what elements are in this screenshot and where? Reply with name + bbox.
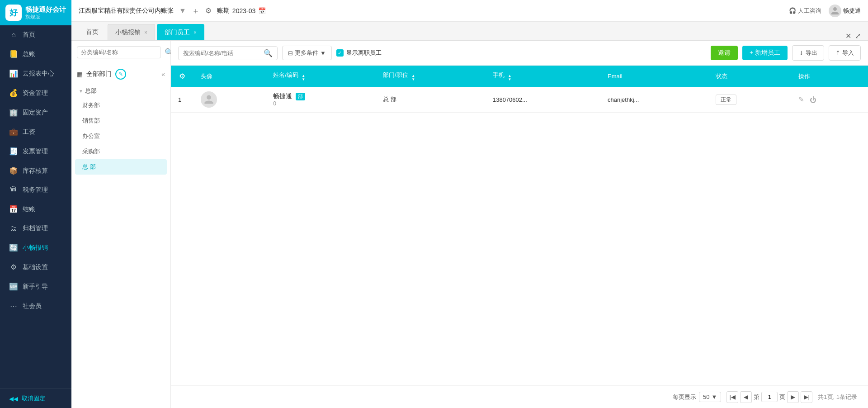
sidebar-item-label: 基础设置 [23,263,48,271]
tab-dept-close[interactable]: × [193,29,197,36]
dept-item-purchase[interactable]: 采购部 [75,144,167,159]
sidebar-item-label: 归档管理 [23,224,48,232]
table-row: 1 畅捷通 部 0 总 部 138070602... chanjethkj...… [171,87,868,113]
row-avatar [193,87,266,113]
sidebar-item-guide[interactable]: 🆕 新手引导 [0,277,71,296]
expense-icon: 🔄 [9,243,18,252]
sidebar-item-archive[interactable]: 🗂 归档管理 [0,219,71,238]
sidebar-item-label: 首页 [23,31,35,39]
tab-expense[interactable]: 小畅报销 × [108,24,155,40]
service-button[interactable]: 🎧 人工咨询 [789,7,821,15]
delete-icon[interactable]: ⏻ [810,96,816,104]
tab-dept-label: 部门员工 [165,28,190,37]
dept-item-office[interactable]: 办公室 [75,128,167,144]
salary-icon: 💼 [9,128,18,136]
invoice-icon: 🧾 [9,147,18,156]
dept-edit-button[interactable]: ✎ [115,69,126,80]
col-settings[interactable]: ⚙ [171,66,193,87]
grid-icon: ▦ [77,71,83,78]
tabbar: 首页 小畅报销 × 部门员工 × ✕ ⤢ [71,22,868,41]
period-value: 2023-03 [232,7,255,14]
unpin-label: 取消固定 [22,394,45,403]
sort-icons: ▲▼ [302,74,305,81]
avatar [829,5,841,17]
company-name: 江西服宝精品有限责任公司内账张 [79,7,174,15]
ledger-icon: 📒 [9,50,18,58]
headset-icon: 🎧 [789,7,796,14]
emp-panel: 🔍 ⊟ 更多条件 ▼ ✓ 显示离职员工 邀请 + 新增员工 ⤓ 导出 [171,41,868,408]
sidebar-item-more[interactable]: ⋯ 社会员 [0,296,71,316]
sidebar-item-label: 资金管理 [23,89,48,97]
import-button[interactable]: ⤒ 导入 [829,45,861,61]
company-dropdown-icon[interactable]: ▼ [179,7,186,15]
col-dept[interactable]: 部门/职位 ▲▼ [376,66,486,87]
page-next-button[interactable]: ▶ [787,391,799,403]
more-icon: ⋯ [9,302,18,310]
sidebar-item-inventory[interactable]: 📦 库存核算 [0,161,71,180]
sidebar-item-tax[interactable]: 🏛 税务管理 [0,180,71,199]
tab-close-icon[interactable]: ✕ [845,32,851,40]
dept-search-icon[interactable]: 🔍 [165,48,171,57]
calendar-icon[interactable]: 📅 [258,7,266,14]
emp-search-input[interactable] [183,50,261,57]
edit-icon[interactable]: ✎ [798,95,804,104]
export-icon: ⤓ [799,50,804,57]
new-emp-button[interactable]: + 新增员工 [742,46,788,60]
page-size-dropdown[interactable]: 50 ▼ [699,392,721,402]
show-resigned-checkbox[interactable]: ✓ [336,49,344,57]
service-label: 人工咨询 [798,7,821,15]
content-area: 🔍 ▦ 全部部门 ✎ « ▼ 总部 财务部 销售部 办公室 采购部 总 部 [71,41,868,408]
export-button[interactable]: ⤓ 导出 [792,45,824,61]
row-status: 正常 [708,87,792,113]
sidebar-item-settings[interactable]: ⚙ 基础设置 [0,257,71,277]
dept-group-label: 总部 [85,87,97,95]
show-resigned-label: 显示离职员工 [346,49,382,57]
row-actions: ✎ ⏻ [791,87,868,113]
dept-collapse-icon[interactable]: « [161,71,165,78]
col-name[interactable]: 姓名/编码 ▲▼ [266,66,376,87]
page-prev-button[interactable]: ◀ [740,391,752,403]
dept-item-general[interactable]: 总 部 [75,159,167,175]
dept-item-sales[interactable]: 销售部 [75,113,167,128]
page-first-button[interactable]: |◀ [726,391,738,403]
topbar-settings-icon[interactable]: ⚙ [205,6,212,15]
search-icon[interactable]: 🔍 [264,49,273,57]
chart-icon: 📊 [9,69,18,78]
sidebar-item-label: 发票管理 [23,147,48,156]
invite-button[interactable]: 邀请 [711,46,738,60]
filter-icon: ⊟ [288,50,293,57]
sidebar-unpin-button[interactable]: ◀◀ 取消固定 [0,389,71,408]
dept-search-input[interactable] [77,46,161,58]
dept-item-finance[interactable]: 财务部 [75,98,167,113]
close-books-icon: 📅 [9,205,18,213]
col-phone[interactable]: 手机 ▲▼ [486,66,600,87]
user-menu[interactable]: 畅捷通 [829,5,861,17]
sidebar-item-invoice[interactable]: 🧾 发票管理 [0,142,71,161]
tab-dept-emp[interactable]: 部门员工 × [157,24,204,40]
sidebar-item-close[interactable]: 📅 结账 [0,199,71,219]
filter-label: 更多条件 [295,49,318,57]
sidebar-item-reports[interactable]: 📊 云报表中心 [0,64,71,83]
sidebar-item-funds[interactable]: 💰 资金管理 [0,83,71,103]
page-input[interactable] [761,392,778,402]
sidebar-item-label: 库存核算 [23,167,48,175]
topbar-add-button[interactable]: ＋ [192,5,200,16]
sidebar-item-ledger[interactable]: 📒 总账 [0,44,71,64]
sort-icons: ▲▼ [411,74,415,81]
sidebar-item-expense[interactable]: 🔄 小畅报销 [0,238,71,257]
topbar: 江西服宝精品有限责任公司内账张 ▼ ＋ ⚙ 账期 2023-03 📅 🎧 人工咨… [71,0,868,22]
dept-all-label[interactable]: 全部部门 [86,70,112,78]
tab-expense-close[interactable]: × [144,29,147,36]
tab-home[interactable]: 首页 [79,24,106,40]
sidebar-item-salary[interactable]: 💼 工资 [0,122,71,142]
show-resigned-toggle: ✓ 显示离职员工 [336,49,382,57]
sidebar-item-label: 总账 [23,50,35,58]
sidebar-item-home[interactable]: ⌂ 首页 [0,25,71,44]
filter-button[interactable]: ⊟ 更多条件 ▼ [282,46,332,60]
page-last-button[interactable]: ▶| [801,391,812,403]
col-settings-icon[interactable]: ⚙ [179,72,185,80]
sidebar-item-assets[interactable]: 🏢 固定资产 [0,103,71,122]
main-area: 江西服宝精品有限责任公司内账张 ▼ ＋ ⚙ 账期 2023-03 📅 🎧 人工咨… [71,0,868,408]
emp-toolbar: 🔍 ⊟ 更多条件 ▼ ✓ 显示离职员工 邀请 + 新增员工 ⤓ 导出 [171,41,868,66]
tab-expand-icon[interactable]: ⤢ [855,32,861,40]
